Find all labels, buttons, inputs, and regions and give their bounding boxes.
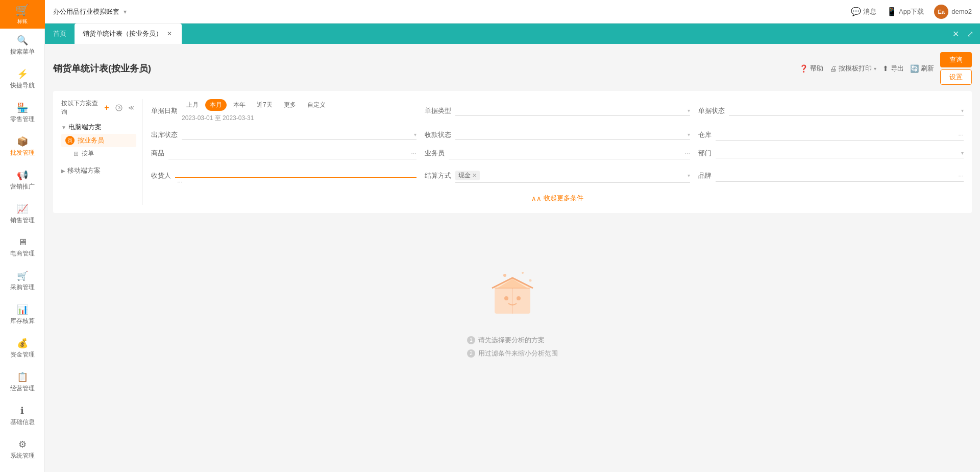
date-tab-more[interactable]: 更多 xyxy=(279,99,301,111)
logo: 🛒 标账 xyxy=(0,0,45,29)
settlement-arrow-icon[interactable]: ▾ xyxy=(688,173,690,178)
topbar-left: 办公用品行业模拟账套 ▾ xyxy=(53,7,127,16)
collapse-filter-button[interactable]: ∧∧ 收起更多条件 xyxy=(151,192,964,205)
filter-row-2: 出库状态 ▾ 收款状态 xyxy=(151,129,964,141)
scheme-item-byorder[interactable]: ⊞ 按单 xyxy=(61,147,136,160)
filter-row-1: 单据日期 上月 本月 本年 近7天 更多 自定义 2023-03-01 至 xyxy=(151,99,964,123)
bill-type-control: ▾ xyxy=(455,106,690,116)
scheme-item-salesperson[interactable]: 员 按业务员 xyxy=(61,134,136,147)
quicknav-icon: ⚡ xyxy=(17,68,28,80)
consignee-ellipsis-icon[interactable]: ··· xyxy=(177,178,183,185)
salesperson-select[interactable]: ··· xyxy=(449,147,690,159)
bill-type-select[interactable]: ▾ xyxy=(455,106,690,116)
sidebar-item-search[interactable]: 🔍 搜索菜单 xyxy=(0,29,44,62)
date-tab-custom[interactable]: 自定义 xyxy=(303,99,330,111)
retail-icon: 🏪 xyxy=(17,102,28,113)
sidebar-item-sales[interactable]: 📈 销售管理 xyxy=(0,197,44,231)
ecommerce-icon: 🖥 xyxy=(18,237,27,248)
empty-tips: 1 请先选择要分析的方案 2 用过滤条件来缩小分析范围 xyxy=(467,334,558,360)
user-profile[interactable]: Ea demo2 xyxy=(934,5,972,19)
sidebar-item-retail[interactable]: 🏪 零售管理 xyxy=(0,96,44,130)
chevron-down-icon: ▼ xyxy=(61,125,66,130)
brand-control: ··· xyxy=(716,170,964,182)
app-title: 办公用品行业模拟账套 xyxy=(53,7,119,16)
receipt-status-select[interactable]: ▾ xyxy=(455,130,690,140)
date-tab-this-year[interactable]: 本年 xyxy=(229,99,250,111)
salesperson-ellipsis-icon[interactable]: ··· xyxy=(684,149,690,157)
message-button[interactable]: 💬 消息 xyxy=(851,7,876,16)
tab-close-all-button[interactable]: ✕ xyxy=(949,28,962,40)
dept-select[interactable]: ▾ xyxy=(716,148,964,158)
svg-point-6 xyxy=(529,279,532,282)
filter-panel: 按以下方案查询 + ≪ xyxy=(53,91,972,213)
consignee-input[interactable] xyxy=(175,166,416,178)
help-button[interactable]: ❓ 帮助 xyxy=(799,64,823,73)
sidebar-item-quicknav[interactable]: ⚡ 快捷导航 xyxy=(0,62,44,96)
filter-dept: 部门 ▾ xyxy=(698,147,964,159)
bill-status-select[interactable]: ▾ xyxy=(729,106,964,116)
date-tab-7days[interactable]: 近7天 xyxy=(252,99,277,111)
grid-icon: ⊞ xyxy=(74,150,79,157)
bill-type-arrow-icon: ▾ xyxy=(688,108,690,113)
tab-expand-button[interactable]: ⤢ xyxy=(964,28,976,40)
basic-icon: ℹ xyxy=(20,405,24,416)
goods-select[interactable]: ··· xyxy=(168,147,416,159)
edit-icon xyxy=(115,104,122,111)
sidebar-item-basic[interactable]: ℹ 基础信息 xyxy=(0,399,44,433)
dept-arrow-icon: ▾ xyxy=(961,150,964,156)
edit-scheme-button[interactable] xyxy=(114,103,124,113)
print-dropdown-icon[interactable]: ▾ xyxy=(874,66,876,72)
settlement-control: 现金 ✕ ▾ xyxy=(455,169,690,183)
brand-select[interactable]: ··· xyxy=(716,170,964,182)
sidebar-item-wholesale[interactable]: 📦 批发管理 xyxy=(0,130,44,163)
dept-control: ▾ xyxy=(716,148,964,158)
scheme-group-header-pc[interactable]: ▼ 电脑端方案 xyxy=(61,121,136,134)
topbar-dropdown-icon[interactable]: ▾ xyxy=(124,8,127,15)
empty-tip-2: 2 用过滤条件来缩小分析范围 xyxy=(467,347,558,360)
scheme-group-pc: ▼ 电脑端方案 员 按业务员 ⊞ 按单 xyxy=(61,121,136,160)
sidebar-item-finance[interactable]: 💰 资金管理 xyxy=(0,332,44,365)
export-button[interactable]: ⬆ 导出 xyxy=(883,64,904,73)
sidebar-item-inventory[interactable]: 📊 库存核算 xyxy=(0,298,44,332)
consignee-control: ··· xyxy=(175,166,416,185)
avatar: Ea xyxy=(934,5,948,19)
brand-ellipsis-icon[interactable]: ··· xyxy=(958,172,964,179)
tab-home[interactable]: 首页 xyxy=(45,23,75,44)
tabbar: 首页 销货单统计表（按业务员） ✕ ✕ ⤢ xyxy=(45,23,980,44)
refresh-button[interactable]: 🔄 刷新 xyxy=(910,64,934,73)
empty-tip-1: 1 请先选择要分析的方案 xyxy=(467,334,558,347)
warehouse-select[interactable]: ··· xyxy=(716,129,964,141)
sidebar-item-purchase[interactable]: 🛒 采购管理 xyxy=(0,264,44,298)
goods-ellipsis-icon[interactable]: ··· xyxy=(411,149,416,157)
date-tab-last-month[interactable]: 上月 xyxy=(182,99,203,111)
filter-goods: 商品 ··· xyxy=(151,147,416,159)
filter-bill-status: 单据状态 ▾ xyxy=(698,99,964,123)
svg-point-7 xyxy=(504,296,508,300)
add-scheme-button[interactable]: + xyxy=(102,103,112,113)
date-tab-this-month[interactable]: 本月 xyxy=(205,99,227,111)
tab-close-icon[interactable]: ✕ xyxy=(165,30,174,38)
finance-icon: 💰 xyxy=(17,338,28,349)
settlement-tag: 现金 ✕ xyxy=(455,171,480,180)
query-button[interactable]: 查询 xyxy=(940,52,972,67)
tabbar-actions: ✕ ⤢ xyxy=(949,28,980,40)
settlement-tag-control[interactable]: 现金 ✕ ▾ xyxy=(455,169,690,183)
sidebar-item-ecommerce[interactable]: 🖥 电商管理 xyxy=(0,231,44,264)
warehouse-ellipsis-icon[interactable]: ··· xyxy=(958,131,964,138)
scheme-group-header-mobile[interactable]: ▶ 移动端方案 xyxy=(61,164,136,177)
collapse-sidebar-button[interactable]: ≪ xyxy=(126,103,136,113)
out-status-select[interactable]: ▾ xyxy=(182,130,416,140)
sidebar-item-collab[interactable]: 🤝 企业协同 xyxy=(0,466,44,472)
settlement-tag-remove[interactable]: ✕ xyxy=(472,172,477,179)
sidebar-item-operations[interactable]: 📋 经营管理 xyxy=(0,365,44,399)
print-button[interactable]: 🖨 按模板打印 ▾ xyxy=(829,64,876,73)
goods-control: ··· xyxy=(168,147,416,159)
wholesale-icon: 📦 xyxy=(17,136,28,147)
topbar: 办公用品行业模拟账套 ▾ 💬 消息 📱 App下载 Ea demo2 xyxy=(45,0,980,23)
tab-sales-stat[interactable]: 销货单统计表（按业务员） ✕ xyxy=(75,23,182,44)
svg-point-4 xyxy=(503,274,506,277)
sidebar-item-marketing[interactable]: 📢 营销推广 xyxy=(0,163,44,197)
sidebar-item-system[interactable]: ⚙ 系统管理 xyxy=(0,433,44,466)
setting-button[interactable]: 设置 xyxy=(940,69,972,85)
app-download-button[interactable]: 📱 App下载 xyxy=(887,7,924,16)
